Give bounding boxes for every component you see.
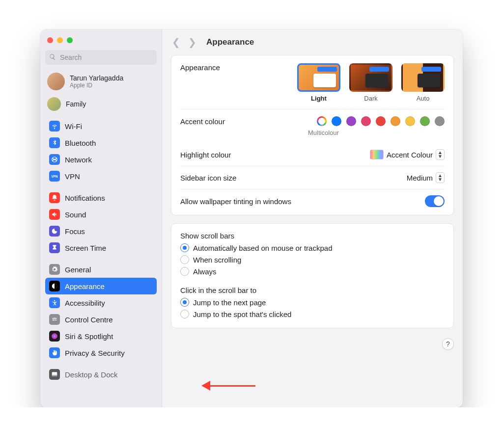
sidebar-item-sound[interactable]: Sound [45, 206, 157, 223]
sidebar-item-privacy-security[interactable]: Privacy & Security [45, 344, 157, 361]
bell-icon [49, 192, 60, 203]
radio-label: Jump to the next page [193, 298, 266, 307]
sidebar-size-value: Medium [407, 174, 433, 182]
bluetooth-icon [49, 137, 60, 148]
forward-button[interactable]: ❯ [187, 36, 197, 48]
minimize-window-button[interactable] [57, 37, 63, 43]
sound-icon [49, 209, 60, 220]
radio-label: Always [193, 267, 217, 276]
back-button[interactable]: ❮ [171, 36, 181, 48]
sidebar-item-appearance[interactable]: Appearance [45, 278, 157, 294]
vpn-icon: VPN [49, 171, 60, 182]
accent-swatch-2[interactable] [346, 116, 356, 126]
sidebar-item-bluetooth[interactable]: Bluetooth [45, 134, 157, 151]
search-input[interactable] [59, 53, 153, 62]
highlight-colour-value: Accent Colour [387, 151, 433, 159]
click-scroll-option-1[interactable]: Jump to the spot that's clicked [180, 308, 445, 320]
accent-swatch-3[interactable] [361, 116, 371, 126]
account-name: Tarun Yarlagadda [70, 74, 123, 82]
radio-icon [180, 255, 189, 264]
sidebar-item-notifications[interactable]: Notifications [45, 189, 157, 206]
svg-point-2 [54, 300, 55, 301]
search-field[interactable] [45, 50, 157, 65]
click-scroll-option-0[interactable]: Jump to the next page [180, 296, 445, 308]
stepper-icon: ▲▼ [436, 149, 445, 160]
scrollbars-option-0[interactable]: Automatically based on mouse or trackpad [180, 242, 445, 254]
main-pane: ❮ ❯ Appearance Appearance LightDarkAuto … [162, 29, 463, 407]
close-window-button[interactable] [47, 37, 53, 43]
siri-icon [49, 331, 60, 342]
highlight-colour-label: Highlight colour [180, 151, 231, 159]
sidebar-item-focus[interactable]: Focus [45, 223, 157, 239]
appearance-mode-dark[interactable]: Dark [349, 63, 392, 102]
sidebar-item-desktop-dock[interactable]: Desktop & Dock [45, 366, 157, 383]
wallpaper-tint-toggle[interactable] [425, 195, 445, 207]
scrollbars-option-1[interactable]: When scrolling [180, 254, 445, 265]
hand-icon [49, 347, 60, 358]
appearance-mode-light[interactable]: Light [297, 63, 340, 102]
accent-swatch-6[interactable] [405, 116, 415, 126]
family-row[interactable]: Family [45, 95, 157, 113]
radio-label: Automatically based on mouse or trackpad [193, 244, 332, 252]
accent-colour-label: Accent colour [180, 117, 225, 126]
highlight-colour-row: Highlight colour Accent Colour ▲▼ [180, 143, 445, 166]
account-subtitle: Apple ID [70, 82, 123, 89]
sidebar-item-label: Bluetooth [65, 139, 96, 147]
sidebar-item-label: Wi-Fi [65, 122, 82, 131]
accent-swatch-5[interactable] [391, 116, 400, 126]
help-button[interactable]: ? [442, 338, 454, 350]
radio-icon [180, 243, 189, 252]
sidebar-item-accessibility[interactable]: Accessibility [45, 294, 157, 311]
sidebar-item-label: Appearance [65, 282, 105, 290]
family-label: Family [66, 100, 86, 108]
search-icon [49, 53, 56, 62]
zoom-window-button[interactable] [67, 37, 73, 43]
highlight-swatch-icon [370, 150, 384, 159]
gear-icon [49, 264, 60, 275]
appearance-preview-icon [297, 63, 340, 92]
appearance-preview-icon [349, 63, 392, 92]
sidebar-item-vpn[interactable]: VPNVPN [45, 168, 157, 184]
svg-point-5 [52, 333, 57, 339]
svg-text:VPN: VPN [51, 175, 58, 178]
sidebar-item-label: Desktop & Dock [65, 370, 118, 379]
page-title: Appearance [206, 37, 254, 47]
avatar [47, 73, 65, 90]
sidebar-size-control[interactable]: Medium ▲▼ [407, 172, 445, 183]
appearance-card: Appearance LightDarkAuto Accent colour M… [171, 55, 454, 215]
sidebar-item-control-centre[interactable]: Control Centre [45, 311, 157, 328]
accent-swatches [317, 116, 445, 126]
accent-swatch-1[interactable] [332, 116, 341, 126]
accent-swatch-4[interactable] [376, 116, 386, 126]
sidebar-item-general[interactable]: General [45, 261, 157, 278]
accent-swatch-0[interactable] [317, 116, 327, 126]
radio-label: When scrolling [193, 256, 241, 264]
sidebar-item-network[interactable]: Network [45, 151, 157, 168]
scrollbars-option-2[interactable]: Always [180, 265, 445, 277]
wifi-icon [49, 121, 60, 132]
sidebar-size-label: Sidebar icon size [180, 174, 236, 182]
svg-point-4 [53, 319, 54, 320]
hourglass-icon [49, 242, 60, 253]
sidebar-item-label: Privacy & Security [65, 349, 125, 357]
sidebar-item-screen-time[interactable]: Screen Time [45, 239, 157, 256]
accent-caption: Multicolour [180, 129, 445, 136]
network-icon [49, 154, 60, 165]
click-scroll-group-label: Click in the scroll bar to [180, 286, 445, 294]
appearance-mode-auto[interactable]: Auto [401, 63, 445, 102]
appearance-preview-icon [401, 63, 445, 92]
radio-icon [180, 298, 189, 307]
highlight-colour-control[interactable]: Accent Colour ▲▼ [370, 149, 445, 160]
sidebar-item-siri-spotlight[interactable]: Siri & Spotlight [45, 328, 157, 344]
sidebar-item-wi-fi[interactable]: Wi-Fi [45, 118, 157, 134]
accent-swatch-7[interactable] [420, 116, 430, 126]
sidebar-item-label: VPN [65, 172, 80, 181]
accent-swatch-8[interactable] [435, 116, 445, 126]
accessibility-icon [49, 297, 60, 308]
family-avatar [47, 97, 61, 111]
appearance-mode-label: Light [297, 95, 340, 102]
radio-label: Jump to the spot that's clicked [193, 310, 291, 318]
appearance-mode-label: Auto [401, 95, 445, 102]
apple-id-row[interactable]: Tarun Yarlagadda Apple ID [45, 71, 157, 92]
dock-icon [49, 369, 60, 380]
